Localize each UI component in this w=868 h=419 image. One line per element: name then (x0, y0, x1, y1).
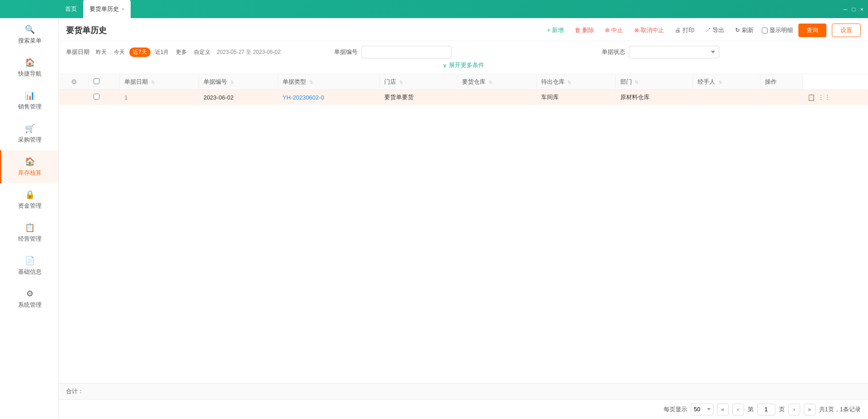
td-num: 1 (120, 90, 199, 105)
th-order-num[interactable]: 单据编号 ⇅ (199, 74, 278, 90)
th-handler[interactable]: 经手人 ⇅ (693, 74, 760, 90)
refresh-button[interactable]: ↻ 刷新 (732, 24, 756, 36)
select-all-checkbox[interactable] (94, 78, 99, 84)
sidebar-item-system[interactable]: ⚙ 系统管理 (0, 282, 58, 315)
td-settings (59, 90, 89, 105)
table-row: 1 2023-06-02 YH-20230602-0 要货单要货 车间库 原材料… (59, 90, 868, 105)
setting-button[interactable]: 设置 (832, 24, 861, 37)
toolbar: + 新增 🗑 删除 ⊗ 中止 ⊗ 取消中止 🖨 打印 ↗ 导出 ↻ 刷新 显示明… (544, 24, 861, 37)
prev-page-button[interactable]: ‹ (732, 404, 744, 415)
sidebar-item-inventory-label: 库存核算 (18, 169, 42, 177)
sidebar-item-search-menu-label: 搜索菜单 (18, 37, 42, 45)
first-page-button[interactable]: « (717, 404, 729, 415)
th-order-type-label: 单据类型 (283, 78, 306, 85)
sidebar-item-purchase[interactable]: 🛒 采购管理 (0, 117, 58, 150)
td-handler (760, 90, 803, 105)
delete-button[interactable]: 🗑 删除 (572, 24, 597, 36)
th-date-label: 单据日期 (124, 78, 148, 85)
th-settings: ⚙ (59, 74, 89, 90)
tab-requisition-history[interactable]: 要货单历史 × (83, 0, 131, 18)
th-ops-label: 操作 (765, 78, 777, 85)
order-num-input[interactable] (361, 46, 452, 58)
order-num-link[interactable]: YH-20230602-0 (283, 94, 324, 101)
th-order-type[interactable]: 单据类型 ⇅ (278, 74, 380, 90)
th-dept[interactable]: 部门 ⇅ (615, 74, 693, 90)
page-size-label: 每页显示 (664, 405, 687, 414)
th-pending-warehouse[interactable]: 待出仓库 ⇅ (536, 74, 615, 90)
quick-nav-icon: 🏠 (25, 57, 35, 67)
date-btn-yesterday[interactable]: 昨天 (93, 48, 109, 57)
display-cell-checkbox[interactable] (762, 28, 768, 33)
th-handler-label: 经手人 (698, 78, 715, 85)
table-header-row: ⚙ 单据日期 ⇅ 单据编号 ⇅ (59, 74, 868, 90)
more-icon[interactable]: ⋮⋮ (818, 94, 830, 101)
expand-filter-label: 展开更多条件 (449, 61, 484, 69)
tab-requisition-history-label: 要货单历史 (90, 5, 119, 13)
basic-info-icon: 📄 (25, 256, 35, 266)
tab-close-icon[interactable]: × (122, 6, 124, 12)
data-table: ⚙ 单据日期 ⇅ 单据编号 ⇅ (59, 74, 868, 105)
sidebar-item-finance-label: 资金管理 (18, 202, 42, 210)
query-button[interactable]: 查询 (798, 24, 826, 37)
sidebar-item-operations[interactable]: 📋 经营管理 (0, 216, 58, 249)
date-btn-today[interactable]: 今天 (111, 48, 127, 57)
sort-req-warehouse-icon: ⇅ (489, 80, 492, 85)
expand-chevron-icon: ∨ (443, 62, 447, 69)
page-size-select[interactable]: 20 50 100 (691, 404, 713, 415)
date-btn-custom[interactable]: 自定义 (191, 48, 213, 57)
window-close-icon[interactable]: × (860, 6, 863, 13)
row-checkbox[interactable] (94, 94, 99, 100)
date-btn-1month[interactable]: 近1月 (152, 48, 172, 57)
expand-filter-button[interactable]: ∨ 展开更多条件 (443, 61, 484, 69)
sort-date-icon: ⇅ (151, 80, 155, 85)
td-req-warehouse: 车间库 (536, 90, 615, 105)
next-page-button[interactable]: › (788, 404, 800, 415)
date-filter-label: 单据日期 (66, 48, 90, 56)
table-footer: 合计： (59, 383, 868, 399)
export-button[interactable]: ↗ 导出 (703, 24, 727, 36)
td-dept (693, 90, 760, 105)
tab-home[interactable]: 首页 (59, 0, 83, 18)
sidebar-item-operations-label: 经营管理 (18, 235, 42, 243)
date-btn-more[interactable]: 更多 (173, 48, 189, 57)
sidebar-item-inventory[interactable]: 🏠 库存核算 (0, 150, 58, 183)
sidebar-item-search-menu[interactable]: 🔍 搜索菜单 (0, 18, 58, 51)
date-btn-7days[interactable]: 近7天 (129, 48, 151, 57)
sort-handler-icon: ⇅ (718, 80, 722, 85)
print-button[interactable]: 🖨 打印 (672, 24, 697, 36)
total-info: 共1页，1条记录 (819, 405, 861, 414)
th-order-num-label: 单据编号 (203, 78, 227, 85)
td-pending-warehouse: 原材料仓库 (615, 90, 693, 105)
maximize-icon[interactable]: □ (852, 6, 856, 13)
page-input[interactable] (757, 404, 775, 415)
page-header: 要货单历史 + 新增 🗑 删除 ⊗ 中止 ⊗ 取消中止 🖨 打印 ↗ 导出 ↻ … (59, 18, 868, 41)
stop-button[interactable]: ⊗ 中止 (602, 24, 626, 36)
window-controls: ─ □ × (843, 6, 863, 13)
cancel-stop-button[interactable]: ⊗ 取消中止 (632, 24, 667, 36)
summary-label: 合计： (66, 387, 84, 395)
td-store (457, 90, 536, 105)
sidebar-item-basic-info[interactable]: 📄 基础信息 (0, 249, 58, 282)
last-page-button[interactable]: » (804, 404, 816, 415)
tab-home-label: 首页 (65, 5, 77, 13)
sidebar-item-basic-info-label: 基础信息 (18, 268, 42, 276)
sort-dept-icon: ⇅ (635, 80, 638, 85)
sidebar-item-quick-nav[interactable]: 🏠 快捷导航 (0, 51, 58, 84)
sort-pending-warehouse-icon: ⇅ (567, 80, 571, 85)
minimize-icon[interactable]: ─ (843, 6, 847, 13)
edit-icon[interactable]: 📋 (807, 94, 815, 101)
display-cell-button[interactable]: 显示明细 (762, 26, 793, 34)
th-req-warehouse[interactable]: 要货仓库 ⇅ (457, 74, 536, 90)
th-date[interactable]: 单据日期 ⇅ (120, 74, 199, 90)
pagination-bar: 每页显示 20 50 100 « ‹ 第 页 › » 共1页，1条记录 (59, 399, 868, 419)
sidebar-item-finance[interactable]: 🔒 资金管理 (0, 183, 58, 216)
td-order-type: 要货单要货 (380, 90, 458, 105)
add-button[interactable]: + 新增 (544, 24, 566, 36)
th-req-warehouse-label: 要货仓库 (462, 78, 486, 85)
th-store[interactable]: 门店 ⇅ (380, 74, 458, 90)
table-settings-icon[interactable]: ⚙ (71, 78, 77, 86)
sidebar-item-quick-nav-label: 快捷导航 (18, 70, 42, 78)
sidebar-item-sales[interactable]: 📊 销售管理 (0, 84, 58, 117)
main-layout: 🔍 搜索菜单 🏠 快捷导航 📊 销售管理 🛒 采购管理 🏠 库存核算 🔒 资金管… (0, 18, 868, 419)
status-select[interactable] (629, 46, 719, 58)
